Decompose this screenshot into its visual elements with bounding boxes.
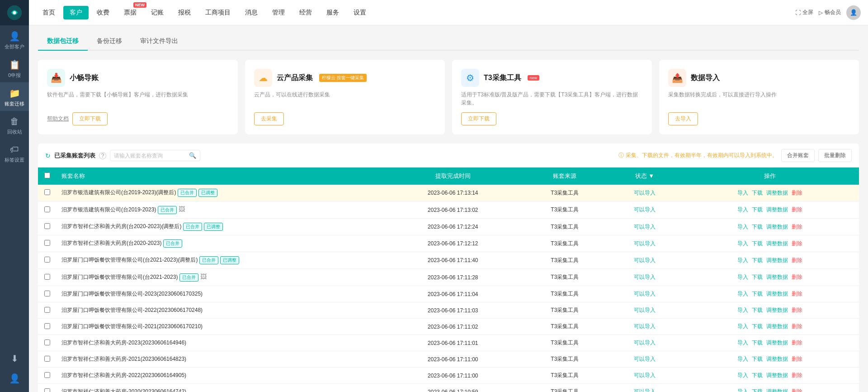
action-删除[interactable]: 删除 [792,307,802,313]
action-下载[interactable]: 下载 [752,274,763,280]
nav-operation[interactable]: 经营 [293,6,318,19]
search-box[interactable]: 🔍 [110,150,200,161]
action-导入[interactable]: 导入 [737,206,748,213]
action-调整数据[interactable]: 调整数据 [766,274,788,280]
action-调整数据[interactable]: 调整数据 [766,224,788,230]
action-导入[interactable]: 导入 [737,224,748,230]
xiaochang-download-btn[interactable]: 立即下载 [72,112,108,125]
action-下载[interactable]: 下载 [752,224,763,230]
help-icon[interactable]: ? [99,152,106,159]
sidebar-item-user[interactable]: 👤 [0,368,29,387]
nav-fee[interactable]: 收费 [90,6,116,19]
row-checkbox[interactable] [44,339,50,345]
action-调整数据[interactable]: 调整数据 [766,372,788,378]
action-调整数据[interactable]: 调整数据 [766,206,788,213]
row-checkbox[interactable] [44,388,50,392]
nav-business[interactable]: 工商项目 [199,6,237,19]
app-logo[interactable] [0,0,29,25]
import-go-btn[interactable]: 去导入 [668,112,698,125]
action-下载[interactable]: 下载 [752,323,763,330]
row-extra-icon[interactable]: 🖼 [200,273,207,280]
row-checkbox[interactable] [44,274,50,280]
select-all-checkbox[interactable] [44,172,50,178]
action-删除[interactable]: 删除 [792,274,802,280]
action-导入[interactable]: 导入 [737,372,748,378]
action-删除[interactable]: 删除 [792,224,802,230]
nav-bookkeeping[interactable]: 记账 [145,6,170,19]
row-checkbox[interactable] [44,257,50,263]
action-导入[interactable]: 导入 [737,339,748,346]
action-导入[interactable]: 导入 [737,240,748,247]
col-status[interactable]: 状态 ▼ [609,167,681,185]
action-下载[interactable]: 下载 [752,257,763,263]
action-导入[interactable]: 导入 [737,274,748,280]
nav-invoice[interactable]: 票据 NEW [118,6,143,19]
action-下载[interactable]: 下载 [752,307,763,313]
sidebar-item-tag-settings[interactable]: 🏷 标签设置 [0,139,29,167]
action-删除[interactable]: 删除 [792,323,802,330]
action-调整数据[interactable]: 调整数据 [766,356,788,362]
row-checkbox[interactable] [44,291,50,296]
tab-audit-export[interactable]: 审计文件导出 [131,33,187,51]
refresh-icon[interactable]: ↻ [45,152,51,159]
nav-client[interactable]: 客户 [63,6,89,19]
help-doc-link[interactable]: 帮助文档 [47,115,69,123]
action-调整数据[interactable]: 调整数据 [766,307,788,313]
action-调整数据[interactable]: 调整数据 [766,257,788,263]
action-调整数据[interactable]: 调整数据 [766,190,788,196]
sidebar-item-recycle[interactable]: 🗑 回收站 [0,111,29,139]
action-导入[interactable]: 导入 [737,356,748,362]
sidebar-item-zero-report[interactable]: 📋 0申报 [0,54,29,82]
nav-service[interactable]: 服务 [320,6,345,19]
action-调整数据[interactable]: 调整数据 [766,240,788,247]
action-导入[interactable]: 导入 [737,323,748,330]
member-button[interactable]: ▷ 畅会员 [819,9,841,16]
action-下载[interactable]: 下载 [752,240,763,247]
tab-data-migrate[interactable]: 数据包迁移 [38,33,88,51]
action-删除[interactable]: 删除 [792,339,802,346]
fullscreen-button[interactable]: ⛶ 全屏 [795,9,813,16]
action-删除[interactable]: 删除 [792,257,802,263]
cloud-collect-btn[interactable]: 去采集 [254,112,284,125]
action-删除[interactable]: 删除 [792,356,802,362]
user-avatar[interactable]: 👤 [846,5,861,20]
row-checkbox[interactable] [44,323,50,329]
action-导入[interactable]: 导入 [737,307,748,313]
action-调整数据[interactable]: 调整数据 [766,291,788,297]
batch-del-btn[interactable]: 批量删除 [818,149,852,162]
action-导入[interactable]: 导入 [737,190,748,196]
row-checkbox[interactable] [44,372,50,378]
action-删除[interactable]: 删除 [792,372,802,378]
row-checkbox[interactable] [44,189,50,195]
merge-btn[interactable]: 合并账套 [781,149,815,162]
sidebar-item-all-clients[interactable]: 👤 全部客户 [0,25,29,54]
action-下载[interactable]: 下载 [752,206,763,213]
action-导入[interactable]: 导入 [737,291,748,297]
action-下载[interactable]: 下载 [752,339,763,346]
action-删除[interactable]: 删除 [792,388,802,392]
row-checkbox[interactable] [44,206,50,212]
action-删除[interactable]: 删除 [792,240,802,247]
sidebar-item-download[interactable]: ⬇ [0,348,29,368]
search-input[interactable] [114,153,187,159]
nav-manage[interactable]: 管理 [266,6,291,19]
row-extra-icon[interactable]: 🖼 [179,206,185,213]
action-下载[interactable]: 下载 [752,372,763,378]
action-下载[interactable]: 下载 [752,388,763,392]
sidebar-item-account-migrate[interactable]: 📁 账套迁移 [0,82,29,111]
action-调整数据[interactable]: 调整数据 [766,388,788,392]
action-下载[interactable]: 下载 [752,356,763,362]
action-导入[interactable]: 导入 [737,388,748,392]
action-下载[interactable]: 下载 [752,291,763,297]
tab-backup-migrate[interactable]: 备份迁移 [88,33,131,51]
nav-tax[interactable]: 报税 [172,6,197,19]
action-调整数据[interactable]: 调整数据 [766,339,788,346]
action-删除[interactable]: 删除 [792,190,802,196]
action-删除[interactable]: 删除 [792,291,802,297]
nav-home[interactable]: 首页 [36,6,61,19]
row-checkbox[interactable] [44,307,50,313]
action-调整数据[interactable]: 调整数据 [766,323,788,330]
action-删除[interactable]: 删除 [792,206,802,213]
nav-message[interactable]: 消息 [239,6,264,19]
row-checkbox[interactable] [44,240,50,246]
